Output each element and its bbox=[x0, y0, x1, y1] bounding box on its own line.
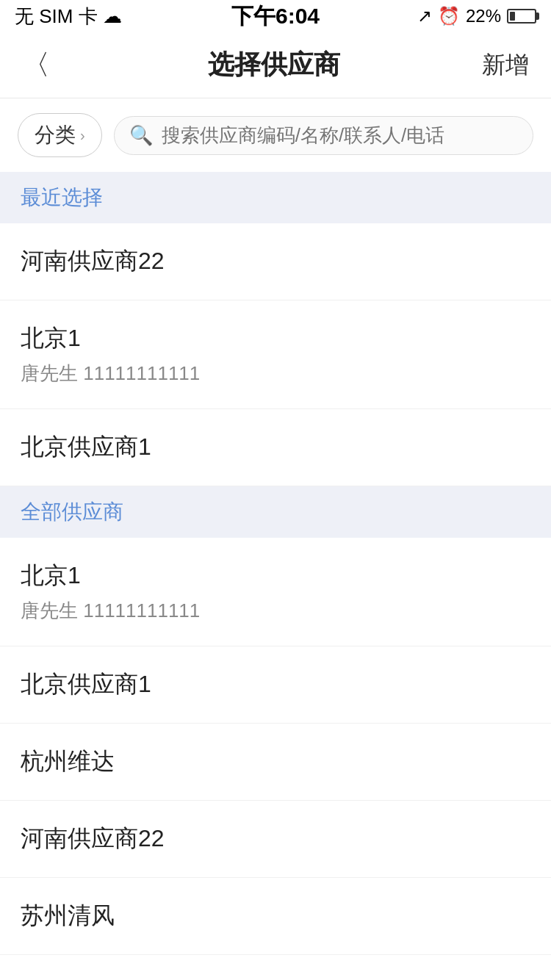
alarm-icon: ⏰ bbox=[438, 6, 460, 26]
status-time: 下午6:04 bbox=[231, 1, 320, 32]
section-header-recent: 最近选择 bbox=[0, 172, 551, 223]
section-header-text-recent: 最近选择 bbox=[21, 186, 103, 209]
battery-icon bbox=[507, 9, 536, 24]
item-name-r3: 北京供应商1 bbox=[21, 431, 530, 464]
nav-bar: 〈 选择供应商 新增 bbox=[0, 32, 551, 98]
category-button[interactable]: 分类 › bbox=[18, 113, 102, 157]
item-name-r2: 北京1 bbox=[21, 323, 530, 355]
list-item-r1[interactable]: 河南供应商22 bbox=[0, 223, 551, 300]
item-name-a3: 杭州维达 bbox=[21, 746, 530, 778]
section-header-text-all: 全部供应商 bbox=[21, 500, 123, 523]
item-name-r1: 河南供应商22 bbox=[21, 245, 530, 278]
battery-percent: 22% bbox=[466, 6, 501, 26]
item-name-a1: 北京1 bbox=[21, 560, 530, 592]
category-label: 分类 bbox=[35, 121, 76, 149]
back-button[interactable]: 〈 bbox=[22, 46, 66, 84]
filter-bar: 分类 › 🔍 bbox=[0, 98, 551, 172]
add-button[interactable]: 新增 bbox=[482, 49, 529, 82]
list-item-a1[interactable]: 北京1唐先生 11111111111 bbox=[0, 538, 551, 646]
item-name-a5: 苏州清风 bbox=[21, 900, 530, 932]
item-detail-a1: 唐先生 11111111111 bbox=[21, 598, 530, 624]
sections-container: 最近选择河南供应商22北京1唐先生 11111111111北京供应商1全部供应商… bbox=[0, 172, 551, 955]
section-header-all: 全部供应商 bbox=[0, 486, 551, 538]
search-box: 🔍 bbox=[114, 116, 533, 155]
list-item-a2[interactable]: 北京供应商1 bbox=[0, 646, 551, 724]
item-name-a4: 河南供应商22 bbox=[21, 823, 530, 855]
search-icon: 🔍 bbox=[129, 124, 153, 147]
item-name-a2: 北京供应商1 bbox=[21, 669, 530, 701]
status-left: 无 SIM 卡 ☁ bbox=[15, 4, 122, 29]
no-sim-label: 无 SIM 卡 ☁ bbox=[15, 4, 122, 29]
list-item-r3[interactable]: 北京供应商1 bbox=[0, 409, 551, 486]
list-item-a5[interactable]: 苏州清风 bbox=[0, 878, 551, 955]
item-detail-r2: 唐先生 11111111111 bbox=[21, 361, 530, 386]
list-item-r2[interactable]: 北京1唐先生 11111111111 bbox=[0, 300, 551, 409]
page-title: 选择供应商 bbox=[208, 47, 340, 83]
list-item-a3[interactable]: 杭州维达 bbox=[0, 724, 551, 801]
status-bar: 无 SIM 卡 ☁ 下午6:04 ↗ ⏰ 22% bbox=[0, 0, 551, 32]
list-item-a4[interactable]: 河南供应商22 bbox=[0, 801, 551, 878]
search-input[interactable] bbox=[162, 124, 518, 147]
location-icon: ↗ bbox=[417, 6, 432, 26]
status-right: ↗ ⏰ 22% bbox=[417, 6, 536, 26]
chevron-right-icon: › bbox=[80, 127, 85, 144]
